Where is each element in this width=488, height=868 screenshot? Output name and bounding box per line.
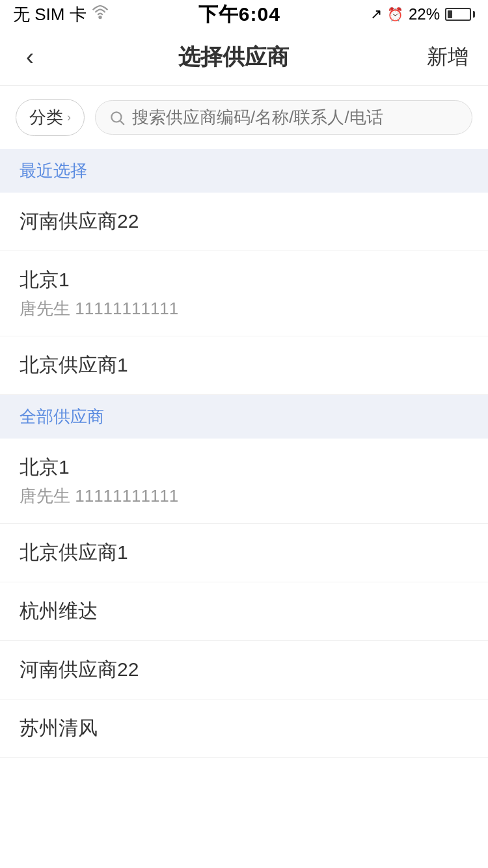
item-name: 北京1 (20, 267, 468, 293)
wifi-icon (92, 4, 109, 25)
battery-percent: 22% (409, 5, 440, 23)
list-item[interactable]: 苏州清风 (0, 699, 488, 758)
category-filter-button[interactable]: 分类 › (16, 99, 85, 136)
category-label: 分类 (29, 106, 63, 129)
recent-section-label: 最近选择 (20, 161, 87, 180)
back-button[interactable]: ‹ (20, 37, 40, 77)
search-filter-area: 分类 › (0, 86, 488, 149)
list-item[interactable]: 北京1 唐先生 11111111111 (0, 439, 488, 524)
list-item[interactable]: 河南供应商22 (0, 641, 488, 699)
item-name: 苏州清风 (20, 715, 468, 742)
all-section-header: 全部供应商 (0, 395, 488, 439)
all-section-label: 全部供应商 (20, 407, 104, 426)
list-item[interactable]: 北京供应商1 (0, 524, 488, 582)
svg-point-0 (99, 16, 101, 18)
item-name: 河南供应商22 (20, 657, 468, 683)
search-input[interactable] (132, 107, 459, 128)
list-item[interactable]: 北京供应商1 (0, 336, 488, 395)
no-sim-label: 无 SIM 卡 (13, 3, 87, 26)
all-list: 北京1 唐先生 11111111111 北京供应商1 杭州维达 河南供应商22 … (0, 439, 488, 758)
svg-line-2 (120, 120, 124, 124)
chevron-right-icon: › (67, 111, 71, 124)
item-name: 北京供应商1 (20, 539, 468, 566)
list-item[interactable]: 北京1 唐先生 11111111111 (0, 251, 488, 336)
recent-section-header: 最近选择 (0, 149, 488, 193)
add-button[interactable]: 新增 (427, 43, 468, 72)
list-item[interactable]: 杭州维达 (0, 582, 488, 641)
item-name: 北京1 (20, 454, 468, 481)
item-name: 北京供应商1 (20, 352, 468, 379)
svg-point-1 (111, 112, 121, 122)
item-sub: 唐先生 11111111111 (20, 297, 468, 320)
page-title: 选择供应商 (178, 42, 289, 72)
location-icon: ↗ (370, 6, 382, 23)
item-name: 杭州维达 (20, 598, 468, 625)
item-sub: 唐先生 11111111111 (20, 485, 468, 508)
item-name: 河南供应商22 (20, 208, 468, 235)
status-time: 下午6:04 (198, 1, 280, 28)
nav-bar: ‹ 选择供应商 新增 (0, 29, 488, 86)
list-item[interactable]: 河南供应商22 (0, 193, 488, 251)
status-bar: 无 SIM 卡 下午6:04 ↗ ⏰ 22% (0, 0, 488, 29)
search-box[interactable] (95, 100, 472, 135)
alarm-icon: ⏰ (387, 7, 403, 22)
search-icon (109, 109, 126, 126)
recent-list: 河南供应商22 北京1 唐先生 11111111111 北京供应商1 (0, 193, 488, 395)
status-left: 无 SIM 卡 (13, 3, 109, 26)
status-right: ↗ ⏰ 22% (370, 5, 475, 23)
battery-icon (445, 8, 475, 21)
